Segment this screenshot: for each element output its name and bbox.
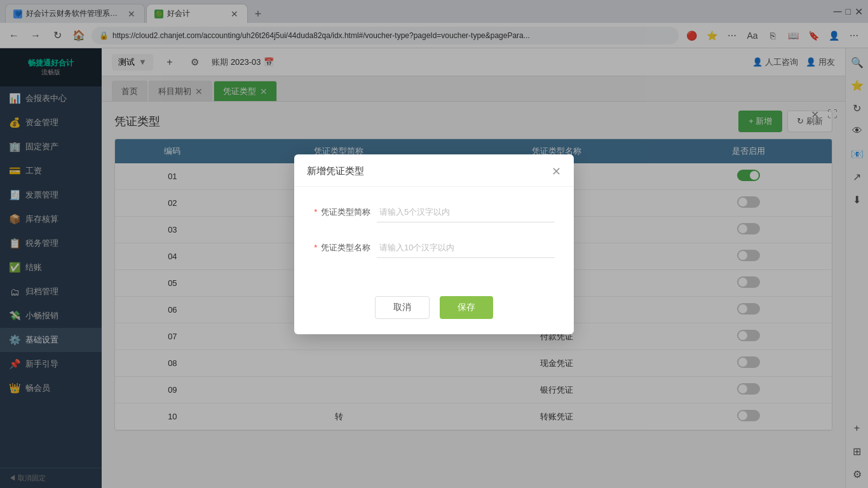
form-row-name: * 凭证类型名称 (313, 238, 555, 258)
voucher-name-input[interactable] (377, 238, 555, 258)
dialog-close-button[interactable]: ✕ (552, 165, 561, 179)
new-voucher-dialog: 新增凭证类型 ✕ * 凭证类型简称 * 凭证类型名称 取消 保存 (294, 154, 574, 334)
form-label-short: * 凭证类型简称 (313, 207, 370, 218)
save-button[interactable]: 保存 (440, 296, 493, 319)
dialog-header: 新增凭证类型 ✕ (294, 154, 574, 187)
dialog-footer: 取消 保存 (294, 288, 574, 334)
dialog-body: * 凭证类型简称 * 凭证类型名称 (294, 187, 574, 288)
voucher-short-input[interactable] (377, 202, 555, 222)
form-label-name: * 凭证类型名称 (313, 242, 370, 254)
required-mark-short: * (314, 207, 317, 217)
dialog-overlay: 新增凭证类型 ✕ * 凭证类型简称 * 凭证类型名称 取消 保存 (0, 0, 868, 488)
required-mark-name: * (314, 243, 317, 252)
form-row-short: * 凭证类型简称 (313, 202, 555, 222)
dialog-title: 新增凭证类型 (307, 165, 364, 177)
cancel-button[interactable]: 取消 (375, 296, 430, 319)
